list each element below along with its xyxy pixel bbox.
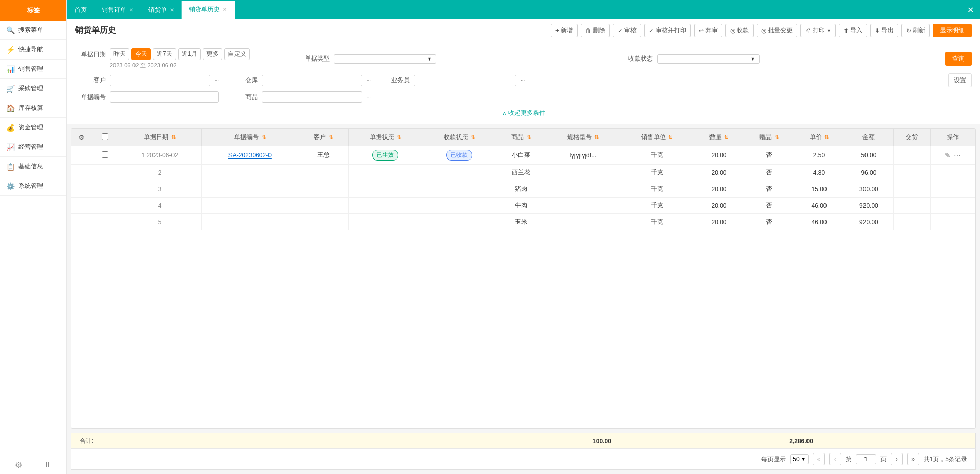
date-custom-btn[interactable]: 自定义 <box>224 48 250 60</box>
per-page-select[interactable]: 50 ▼ <box>790 454 808 464</box>
date-today-btn[interactable]: 今天 <box>131 48 151 60</box>
table-header-row: ⚙ 单据日期 ⇅ 单据编号 ⇅ 客户 ⇅ <box>71 129 975 146</box>
sidebar-item-sales-mgmt[interactable]: 📊 销售管理 <box>0 60 66 79</box>
edit-action-icon[interactable]: ✎ <box>945 151 951 160</box>
collect-status-select[interactable]: ▼ <box>657 54 760 64</box>
batch-change-button[interactable]: ◎ 批量变更 <box>757 24 797 37</box>
tab-sales-order-close[interactable]: ✕ <box>129 7 133 13</box>
row-checkbox[interactable] <box>102 151 108 158</box>
page-number-input[interactable] <box>856 454 876 464</box>
row-transaction-cell <box>894 146 931 165</box>
add-icon: + <box>555 27 559 34</box>
tab-home[interactable]: 首页 <box>67 1 94 19</box>
salesperson-input[interactable] <box>414 75 516 86</box>
col-goods[interactable]: 商品 ⇅ <box>496 129 546 146</box>
audit-button[interactable]: ✓ 审核 <box>613 24 641 37</box>
date-more-btn[interactable]: 更多 <box>203 48 222 60</box>
row-action-cell[interactable] <box>930 214 975 230</box>
next-page-btn[interactable]: › <box>891 453 903 465</box>
collapse-filter-btn[interactable]: ∧ 收起更多条件 <box>75 107 972 120</box>
row-doc-number-cell[interactable]: SA-20230602-0 <box>202 146 298 165</box>
refresh-button[interactable]: ↻ 刷新 <box>901 24 930 37</box>
col-doc-number[interactable]: 单据编号 ⇅ <box>202 129 298 146</box>
show-detail-button[interactable]: 显示明细 <box>933 24 972 37</box>
sidebar-pause-icon[interactable]: ⏸ <box>43 460 51 470</box>
row-checkbox-cell[interactable] <box>92 198 118 214</box>
row-action-cell[interactable]: ✎ ⋯ <box>930 146 975 165</box>
goods-dots-btn[interactable]: ··· <box>367 94 371 100</box>
customer-dots-btn[interactable]: ··· <box>215 77 219 83</box>
tab-sales-order[interactable]: 销售订单 ✕ <box>94 1 141 19</box>
col-checkbox[interactable] <box>92 129 118 146</box>
col-gift[interactable]: 赠品 ⇅ <box>744 129 794 146</box>
doc-type-select[interactable]: ▼ <box>334 54 436 64</box>
abandon-button[interactable]: ↩ 弃审 <box>694 24 722 37</box>
first-page-btn[interactable]: « <box>813 453 825 465</box>
col-collect-status[interactable]: 收款状态 ⇅ <box>422 129 496 146</box>
tab-sales-goods[interactable]: 销货单 ✕ <box>141 1 182 19</box>
table-row: 3猪肉千克20.00否15.00300.00 <box>71 181 975 198</box>
warehouse-input[interactable] <box>262 75 362 86</box>
import-button[interactable]: ⬆ 导入 <box>839 24 867 37</box>
date-1month-btn[interactable]: 近1月 <box>178 48 201 60</box>
sidebar-item-label: 基础信息 <box>18 162 43 171</box>
sidebar: 标签 🔍 搜索菜单 ⚡ 快捷导航 📊 销售管理 🛒 采购管理 🏠 库存核算 💰 … <box>0 0 67 474</box>
delete-button[interactable]: 🗑 删除 <box>581 24 610 37</box>
sidebar-item-search-menu[interactable]: 🔍 搜索菜单 <box>0 21 66 40</box>
sidebar-item-ops-mgmt[interactable]: 📈 经营管理 <box>0 137 66 157</box>
doc-number-input[interactable] <box>110 91 219 103</box>
collect-button[interactable]: ◎ 收款 <box>725 24 754 37</box>
last-page-btn[interactable]: » <box>907 453 919 465</box>
col-quantity[interactable]: 数量 ⇅ <box>694 129 744 146</box>
select-all-checkbox[interactable] <box>102 133 108 140</box>
tab-sales-goods-close[interactable]: ✕ <box>170 7 174 13</box>
settings-button[interactable]: 设置 <box>948 73 972 87</box>
prev-page-btn[interactable]: ‹ <box>829 453 841 465</box>
col-doc-status[interactable]: 单据状态 ⇅ <box>348 129 422 146</box>
col-amount[interactable]: 金额 <box>844 129 893 146</box>
footer-quantity-total: 100.00 <box>569 438 635 445</box>
print-button[interactable]: 🖨 打印 ▼ <box>800 24 836 37</box>
more-action-icon[interactable]: ⋯ <box>954 151 961 160</box>
sidebar-item-basic-info[interactable]: 📋 基础信息 <box>0 157 66 176</box>
tab-sales-history-close[interactable]: ✕ <box>223 7 227 12</box>
col-customer[interactable]: 客户 ⇅ <box>298 129 349 146</box>
row-checkbox-cell[interactable] <box>92 165 118 181</box>
warehouse-dots-btn[interactable]: ··· <box>367 77 371 83</box>
row-doc-number-cell <box>202 214 298 230</box>
col-doc-date[interactable]: 单据日期 ⇅ <box>118 129 201 146</box>
sidebar-item-finance-mgmt[interactable]: 💰 资金管理 <box>0 118 66 137</box>
table-row: 2西兰花千克20.00否4.8096.00 <box>71 165 975 181</box>
row-checkbox-cell[interactable] <box>92 181 118 198</box>
date-7days-btn[interactable]: 近7天 <box>153 48 176 60</box>
sidebar-settings-icon[interactable]: ⚙ <box>15 460 22 470</box>
col-transaction[interactable]: 交货 <box>894 129 931 146</box>
window-close-icon[interactable]: ✕ <box>967 5 980 15</box>
audit-print-button[interactable]: ✓ 审核并打印 <box>644 24 691 37</box>
sidebar-item-inventory[interactable]: 🏠 库存核算 <box>0 98 66 118</box>
sidebar-item-sys-mgmt[interactable]: ⚙️ 系统管理 <box>0 176 66 196</box>
date-yesterday-btn[interactable]: 昨天 <box>110 48 129 60</box>
sidebar-item-purchase-mgmt[interactable]: 🛒 采购管理 <box>0 79 66 98</box>
col-unit-price[interactable]: 单价 ⇅ <box>794 129 844 146</box>
row-action-cell[interactable] <box>930 165 975 181</box>
row-checkbox-cell[interactable] <box>92 146 118 165</box>
row-action-cell[interactable] <box>930 181 975 198</box>
col-spec-type[interactable]: 规格型号 ⇅ <box>546 129 620 146</box>
row-checkbox-cell[interactable] <box>92 214 118 230</box>
export-button[interactable]: ⬇ 导出 <box>870 24 898 37</box>
goods-input[interactable] <box>262 91 362 103</box>
pagination: 每页显示 50 ▼ « ‹ 第 页 › » 共1页，5条记录 <box>71 448 976 470</box>
col-sales-unit[interactable]: 销售单位 ⇅ <box>620 129 694 146</box>
tab-sales-history[interactable]: 销货单历史 ✕ <box>182 1 235 19</box>
sidebar-item-quick-nav[interactable]: ⚡ 快捷导航 <box>0 40 66 60</box>
query-button[interactable]: 查询 <box>945 52 972 66</box>
row-collect-status-cell <box>422 214 496 230</box>
salesperson-dots-btn[interactable]: ··· <box>521 77 525 83</box>
col-gear[interactable]: ⚙ <box>71 129 92 146</box>
row-unit-price-cell: 2.50 <box>794 146 844 165</box>
customer-input[interactable] <box>110 75 210 86</box>
add-button[interactable]: + 新增 <box>551 24 578 37</box>
row-action-cell[interactable] <box>930 198 975 214</box>
doc-number-link[interactable]: SA-20230602-0 <box>228 152 272 159</box>
